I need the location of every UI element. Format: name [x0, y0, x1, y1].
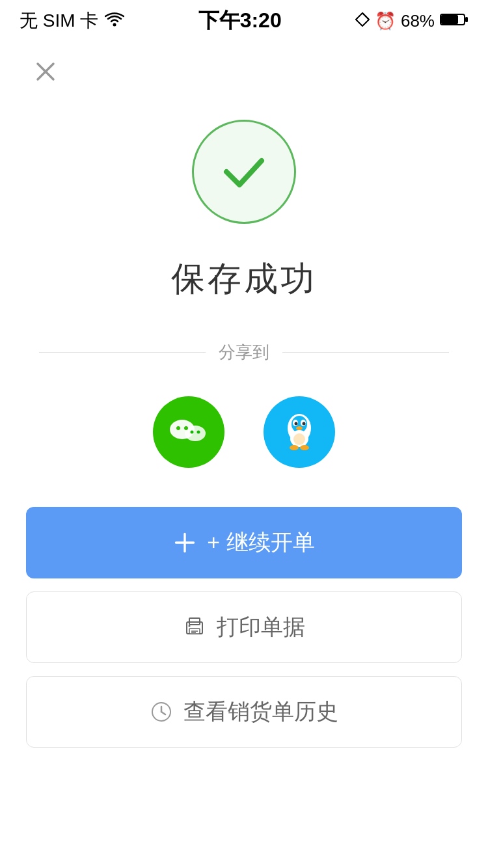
svg-point-8	[176, 426, 180, 430]
share-label: 分享到	[219, 341, 269, 364]
location-icon	[355, 11, 370, 31]
print-button-label: 打印单据	[217, 612, 305, 642]
print-button[interactable]: 打印单据	[26, 591, 462, 663]
continue-button-label: + 继续开单	[207, 528, 314, 558]
continue-button[interactable]: + 继续开单	[26, 507, 462, 578]
success-title: 保存成功	[171, 256, 317, 302]
share-divider: 分享到	[0, 341, 488, 364]
svg-point-30	[189, 625, 191, 627]
svg-point-9	[184, 426, 188, 430]
svg-point-16	[295, 422, 298, 426]
svg-point-11	[197, 431, 200, 434]
sim-text: 无 SIM 卡	[20, 8, 98, 33]
svg-line-33	[161, 712, 165, 714]
history-button[interactable]: 查看销货单历史	[26, 676, 462, 748]
svg-point-18	[296, 426, 303, 430]
alarm-icon: ⏰	[375, 11, 396, 31]
success-circle	[192, 120, 296, 224]
svg-rect-2	[441, 15, 458, 24]
share-icons	[153, 396, 335, 468]
status-bar: 无 SIM 卡 下午3:20 ⏰ 68%	[0, 0, 488, 42]
svg-point-22	[300, 445, 309, 450]
status-left: 无 SIM 卡	[20, 8, 124, 33]
qq-share-button[interactable]	[264, 396, 335, 468]
svg-point-0	[113, 23, 116, 27]
main-content: 保存成功 分享到	[0, 42, 488, 774]
action-buttons: + 继续开单 打印单据 查看销货单历史	[0, 468, 488, 774]
svg-rect-3	[465, 17, 468, 22]
divider-right	[282, 352, 449, 353]
divider-left	[39, 352, 206, 353]
svg-point-21	[290, 445, 299, 450]
history-button-label: 查看销货单历史	[183, 697, 338, 727]
svg-point-10	[191, 431, 194, 434]
svg-point-17	[303, 422, 306, 426]
close-button[interactable]	[26, 52, 65, 91]
wifi-icon	[105, 10, 124, 31]
battery-text: 68%	[401, 11, 435, 31]
wechat-share-button[interactable]	[153, 396, 224, 468]
status-right: ⏰ 68%	[355, 11, 468, 31]
share-section: 分享到	[0, 341, 488, 468]
battery-icon	[440, 11, 468, 31]
status-time: 下午3:20	[198, 7, 282, 35]
svg-point-20	[293, 433, 305, 445]
